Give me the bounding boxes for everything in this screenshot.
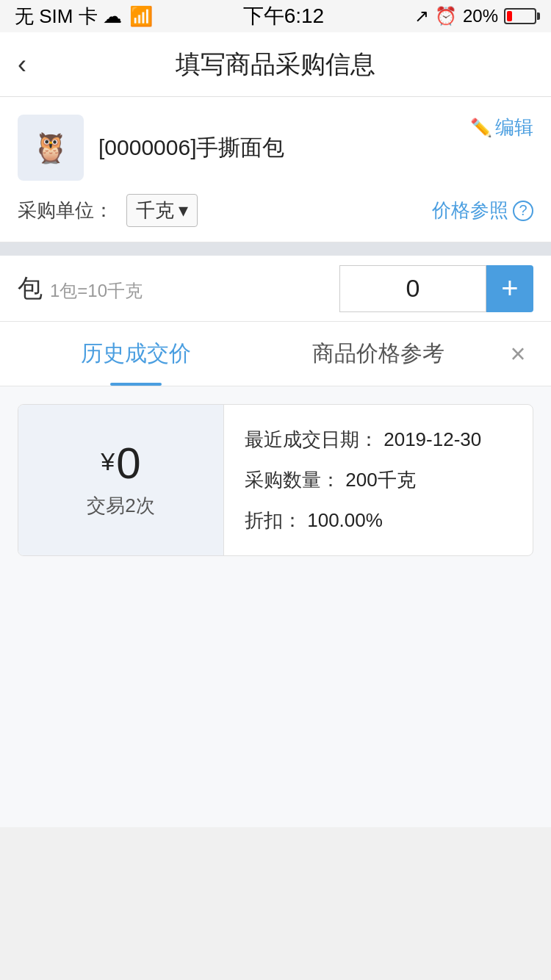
nav-header: ‹ 填写商品采购信息 <box>0 32 551 97</box>
qty-main-unit: 包 <box>18 272 43 306</box>
status-left: 无 SIM 卡 ☁ 📶 <box>15 4 153 29</box>
dropdown-arrow-icon: ▾ <box>179 199 188 222</box>
battery-fill <box>507 11 512 21</box>
status-bar: 无 SIM 卡 ☁ 📶 下午6:12 ↗ ⏰ 20% <box>0 0 551 32</box>
detail-date-row: 最近成交日期： 2019-12-30 <box>245 425 512 454</box>
tabs-close-button[interactable]: × <box>500 336 536 372</box>
tabs-header: 历史成交价 商品价格参考 × <box>0 322 551 386</box>
edit-button[interactable]: ✏️ 编辑 <box>470 115 533 140</box>
qty-conversion: 1包=10千克 <box>50 279 143 303</box>
sim-label: 无 SIM 卡 ☁ <box>15 4 122 29</box>
unit-info: 采购单位： 千克 ▾ <box>18 194 198 227</box>
product-thumbnail: 🦉 <box>18 115 84 181</box>
product-left: 🦉 [0000006]手撕面包 <box>18 115 284 181</box>
page-title: 填写商品采购信息 <box>176 48 375 82</box>
tab-product-label: 商品价格参考 <box>312 339 444 369</box>
price-currency: ¥ <box>101 447 115 476</box>
unit-select-dropdown[interactable]: 千克 ▾ <box>126 194 198 227</box>
card-detail-section: 最近成交日期： 2019-12-30 采购数量： 200千克 折扣： 100.0… <box>224 405 533 555</box>
qty-detail-value: 200千克 <box>345 469 415 491</box>
battery-icon <box>504 8 536 24</box>
status-right: ↗ ⏰ 20% <box>414 6 536 26</box>
qty-input[interactable]: 0 <box>339 265 486 312</box>
alarm-icon: ⏰ <box>435 6 457 26</box>
battery-pct: 20% <box>463 6 498 26</box>
price-value: 0 <box>116 442 140 486</box>
price-reference-link[interactable]: 价格参照 ? <box>432 198 533 223</box>
qty-label: 采购数量： <box>245 469 340 491</box>
status-time: 下午6:12 <box>243 2 325 30</box>
date-label: 最近成交日期： <box>245 428 378 450</box>
qty-controls: 0 + <box>339 265 533 312</box>
trade-count: 交易2次 <box>87 493 154 519</box>
tab-product-price-ref[interactable]: 商品价格参考 <box>257 322 500 386</box>
product-section: 🦉 [0000006]手撕面包 ✏️ 编辑 采购单位： 千克 ▾ 价格参照 ? <box>0 97 551 242</box>
tab-history-price[interactable]: 历史成交价 <box>15 322 257 386</box>
date-value: 2019-12-30 <box>383 428 481 450</box>
quantity-row: 包 1包=10千克 0 + <box>0 256 551 322</box>
qty-plus-button[interactable]: + <box>486 265 533 312</box>
discount-value: 100.00% <box>307 509 383 531</box>
detail-qty-row: 采购数量： 200千克 <box>245 466 512 494</box>
unit-value: 千克 <box>136 198 174 223</box>
product-name: [0000006]手撕面包 <box>98 132 284 163</box>
unit-label: 采购单位： <box>18 199 113 221</box>
price-ref-label: 价格参照 <box>432 198 508 223</box>
tab-history-label: 历史成交价 <box>81 339 191 369</box>
card-price-display: ¥ 0 <box>101 442 140 486</box>
location-icon: ↗ <box>414 6 429 26</box>
cards-area: ¥ 0 交易2次 最近成交日期： 2019-12-30 采购数量： 200千克 … <box>0 386 551 827</box>
help-icon: ? <box>513 201 533 221</box>
qty-unit-info: 包 1包=10千克 <box>18 272 339 306</box>
product-top-row: 🦉 [0000006]手撕面包 ✏️ 编辑 <box>18 115 533 181</box>
card-price-section: ¥ 0 交易2次 <box>18 405 224 555</box>
discount-label: 折扣： <box>245 509 302 531</box>
edit-icon: ✏️ <box>470 118 492 138</box>
transaction-card: ¥ 0 交易2次 最近成交日期： 2019-12-30 采购数量： 200千克 … <box>18 404 533 556</box>
section-divider <box>0 242 551 256</box>
edit-label: 编辑 <box>495 115 533 140</box>
product-owl-icon: 🦉 <box>32 131 69 165</box>
product-unit-row: 采购单位： 千克 ▾ 价格参照 ? <box>18 194 533 227</box>
back-button[interactable]: ‹ <box>18 49 26 80</box>
detail-discount-row: 折扣： 100.00% <box>245 506 512 535</box>
tab-active-indicator <box>110 383 162 386</box>
wifi-icon: 📶 <box>129 5 153 28</box>
tabs-panel: 历史成交价 商品价格参考 × ¥ 0 交易2次 最近成交日期： 2019-12-… <box>0 322 551 827</box>
